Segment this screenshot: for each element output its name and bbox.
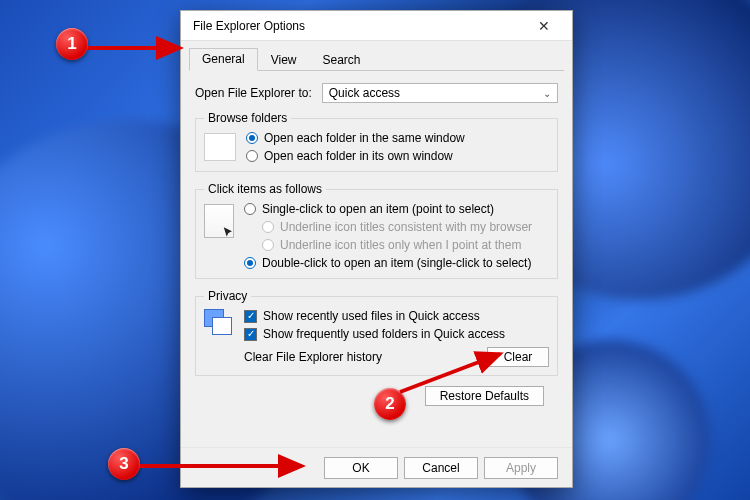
radio-label: Single-click to open an item (point to s… <box>262 202 494 216</box>
file-explorer-options-dialog: File Explorer Options ✕ General View Sea… <box>180 10 573 488</box>
chevron-down-icon: ⌄ <box>543 88 551 99</box>
radio-label: Underline icon titles consistent with my… <box>280 220 532 234</box>
radio-same-window[interactable]: Open each folder in the same window <box>246 131 465 145</box>
radio-icon <box>246 150 258 162</box>
radio-label: Double-click to open an item (single-cli… <box>262 256 531 270</box>
checkbox-icon <box>244 328 257 341</box>
checkbox-icon <box>244 310 257 323</box>
checkbox-label: Show frequently used folders in Quick ac… <box>263 327 505 341</box>
radio-icon <box>262 239 274 251</box>
restore-defaults-button[interactable]: Restore Defaults <box>425 386 544 406</box>
radio-underline-point: Underline icon titles only when I point … <box>262 238 532 252</box>
tab-general[interactable]: General <box>189 48 258 71</box>
apply-button[interactable]: Apply <box>484 457 558 479</box>
privacy-legend: Privacy <box>204 289 251 303</box>
radio-single-click[interactable]: Single-click to open an item (point to s… <box>244 202 532 216</box>
browse-folders-icon <box>204 133 236 161</box>
open-to-select[interactable]: Quick access ⌄ <box>322 83 558 103</box>
tab-search[interactable]: Search <box>310 49 374 71</box>
radio-double-click[interactable]: Double-click to open an item (single-cli… <box>244 256 532 270</box>
titlebar: File Explorer Options ✕ <box>181 11 572 41</box>
cancel-button[interactable]: Cancel <box>404 457 478 479</box>
dialog-title: File Explorer Options <box>193 19 305 33</box>
click-items-group: Click items as follows Single-click to o… <box>195 182 558 279</box>
checkbox-label: Show recently used files in Quick access <box>263 309 480 323</box>
radio-underline-browser: Underline icon titles consistent with my… <box>262 220 532 234</box>
browse-folders-group: Browse folders Open each folder in the s… <box>195 111 558 172</box>
clear-history-label: Clear File Explorer history <box>244 350 382 364</box>
ok-button[interactable]: OK <box>324 457 398 479</box>
browse-folders-legend: Browse folders <box>204 111 291 125</box>
radio-icon <box>246 132 258 144</box>
click-items-legend: Click items as follows <box>204 182 326 196</box>
clear-button[interactable]: Clear <box>487 347 549 367</box>
close-icon: ✕ <box>538 18 550 34</box>
checkbox-recent-files[interactable]: Show recently used files in Quick access <box>244 309 505 323</box>
radio-icon <box>244 203 256 215</box>
general-panel: Open File Explorer to: Quick access ⌄ Br… <box>181 71 572 406</box>
click-items-icon <box>204 204 234 238</box>
radio-label: Open each folder in its own window <box>264 149 453 163</box>
open-to-label: Open File Explorer to: <box>195 86 312 100</box>
radio-icon <box>262 221 274 233</box>
radio-label: Open each folder in the same window <box>264 131 465 145</box>
privacy-icon <box>204 309 234 337</box>
radio-own-window[interactable]: Open each folder in its own window <box>246 149 465 163</box>
close-button[interactable]: ✕ <box>524 12 564 40</box>
open-to-value: Quick access <box>329 86 400 100</box>
checkbox-frequent-folders[interactable]: Show frequently used folders in Quick ac… <box>244 327 505 341</box>
radio-icon <box>244 257 256 269</box>
radio-label: Underline icon titles only when I point … <box>280 238 521 252</box>
dialog-footer: OK Cancel Apply <box>181 447 572 487</box>
annotation-arrow-1 <box>88 42 188 62</box>
tab-view[interactable]: View <box>258 49 310 71</box>
annotation-1: 1 <box>56 28 88 60</box>
open-to-row: Open File Explorer to: Quick access ⌄ <box>195 83 558 103</box>
annotation-3: 3 <box>108 448 140 480</box>
privacy-group: Privacy Show recently used files in Quic… <box>195 289 558 376</box>
annotation-2: 2 <box>374 388 406 420</box>
tab-bar: General View Search <box>189 47 564 71</box>
